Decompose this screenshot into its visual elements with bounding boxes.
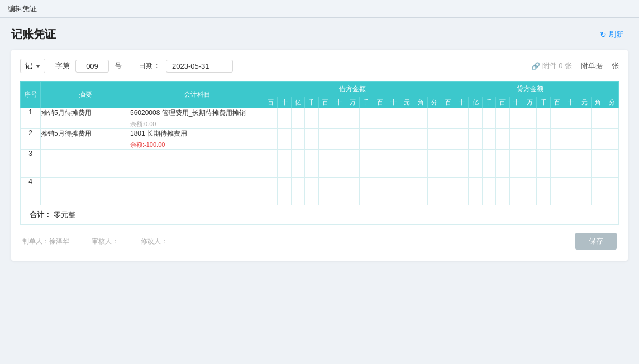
- row3-account[interactable]: [130, 150, 264, 178]
- row1-c10[interactable]: [564, 108, 578, 129]
- row2-summary[interactable]: 摊销5月待摊费用: [41, 129, 130, 150]
- row4-d11[interactable]: [400, 178, 414, 205]
- row2-d3[interactable]: [291, 129, 304, 150]
- row2-d6[interactable]: [332, 129, 346, 150]
- row2-c8[interactable]: [537, 129, 550, 150]
- row3-c10[interactable]: [564, 150, 578, 178]
- row1-d13[interactable]: [428, 108, 441, 129]
- row3-c7[interactable]: [523, 150, 537, 178]
- row4-c6[interactable]: [509, 178, 523, 205]
- row1-d1[interactable]: [264, 108, 278, 129]
- row1-c6[interactable]: [509, 108, 523, 129]
- row2-d5[interactable]: [318, 129, 332, 150]
- row4-summary[interactable]: [41, 178, 130, 205]
- row4-d8[interactable]: [359, 178, 373, 205]
- row4-d3[interactable]: [291, 178, 304, 205]
- row1-d6[interactable]: [332, 108, 346, 129]
- row3-d1[interactable]: [264, 150, 278, 178]
- row3-d10[interactable]: [387, 150, 400, 178]
- row1-c1[interactable]: [441, 108, 455, 129]
- row2-c1[interactable]: [441, 129, 455, 150]
- row2-c12[interactable]: [592, 129, 605, 150]
- row1-d2[interactable]: [278, 108, 291, 129]
- row4-c4[interactable]: [482, 178, 495, 205]
- row3-c9[interactable]: [550, 150, 564, 178]
- row4-d6[interactable]: [332, 178, 346, 205]
- row4-d9[interactable]: [373, 178, 387, 205]
- row3-c8[interactable]: [537, 150, 550, 178]
- row2-c3[interactable]: [469, 129, 482, 150]
- row2-c9[interactable]: [550, 129, 564, 150]
- row1-d8[interactable]: [359, 108, 373, 129]
- row1-c3[interactable]: [469, 108, 482, 129]
- row1-c2[interactable]: [455, 108, 468, 129]
- row4-d12[interactable]: [414, 178, 427, 205]
- row1-d10[interactable]: [387, 108, 400, 129]
- row4-c3[interactable]: [469, 178, 482, 205]
- row3-d8[interactable]: [359, 150, 373, 178]
- row2-c13[interactable]: [605, 129, 618, 150]
- voucher-type-dropdown[interactable]: 记: [20, 59, 45, 73]
- row4-c2[interactable]: [455, 178, 468, 205]
- row3-c12[interactable]: [592, 150, 605, 178]
- row2-d11[interactable]: [400, 129, 414, 150]
- row1-c4[interactable]: [482, 108, 495, 129]
- row3-c3[interactable]: [469, 150, 482, 178]
- row1-d9[interactable]: [373, 108, 387, 129]
- row1-d12[interactable]: [414, 108, 427, 129]
- row4-d1[interactable]: [264, 178, 278, 205]
- row1-d7[interactable]: [346, 108, 359, 129]
- row3-d2[interactable]: [278, 150, 291, 178]
- row3-c13[interactable]: [605, 150, 618, 178]
- row2-d12[interactable]: [414, 129, 427, 150]
- row3-c4[interactable]: [482, 150, 495, 178]
- voucher-number-input[interactable]: [75, 60, 109, 73]
- row2-d4[interactable]: [305, 129, 318, 150]
- row2-c10[interactable]: [564, 129, 578, 150]
- row1-account[interactable]: 56020008 管理费用_长期待摊费用摊销 余额:0.00: [130, 108, 264, 129]
- row4-c12[interactable]: [592, 178, 605, 205]
- row2-account[interactable]: 1801 长期待摊费用 余额:-100.00: [130, 129, 264, 150]
- row3-d13[interactable]: [428, 150, 441, 178]
- row2-c11[interactable]: [578, 129, 591, 150]
- row1-c11[interactable]: [578, 108, 591, 129]
- row3-d11[interactable]: [400, 150, 414, 178]
- row2-d7[interactable]: [346, 129, 359, 150]
- row1-c7[interactable]: [523, 108, 537, 129]
- row3-d4[interactable]: [305, 150, 318, 178]
- row4-c10[interactable]: [564, 178, 578, 205]
- row4-d5[interactable]: [318, 178, 332, 205]
- row1-d4[interactable]: [305, 108, 318, 129]
- row4-d13[interactable]: [428, 178, 441, 205]
- dan-ju-button[interactable]: 附单据: [581, 61, 603, 71]
- row1-c9[interactable]: [550, 108, 564, 129]
- row4-d4[interactable]: [305, 178, 318, 205]
- row2-c5[interactable]: [496, 129, 509, 150]
- row4-d10[interactable]: [387, 178, 400, 205]
- row3-d5[interactable]: [318, 150, 332, 178]
- refresh-button[interactable]: ↻ 刷新: [595, 27, 628, 42]
- row4-c13[interactable]: [605, 178, 618, 205]
- row3-d7[interactable]: [346, 150, 359, 178]
- row3-d9[interactable]: [373, 150, 387, 178]
- row2-d13[interactable]: [428, 129, 441, 150]
- row3-c11[interactable]: [578, 150, 591, 178]
- row1-c13[interactable]: [605, 108, 618, 129]
- row1-d11[interactable]: [400, 108, 414, 129]
- row1-summary[interactable]: 摊销5月待摊费用: [41, 108, 130, 129]
- row2-d8[interactable]: [359, 129, 373, 150]
- row1-d5[interactable]: [318, 108, 332, 129]
- row1-c5[interactable]: [496, 108, 509, 129]
- row2-d10[interactable]: [387, 129, 400, 150]
- row1-d3[interactable]: [291, 108, 304, 129]
- row3-d3[interactable]: [291, 150, 304, 178]
- row4-c5[interactable]: [496, 178, 509, 205]
- row2-c7[interactable]: [523, 129, 537, 150]
- row4-c7[interactable]: [523, 178, 537, 205]
- row2-c2[interactable]: [455, 129, 468, 150]
- row4-d7[interactable]: [346, 178, 359, 205]
- row3-c2[interactable]: [455, 150, 468, 178]
- row3-summary[interactable]: [41, 150, 130, 178]
- row1-c12[interactable]: [592, 108, 605, 129]
- row4-account[interactable]: [130, 178, 264, 205]
